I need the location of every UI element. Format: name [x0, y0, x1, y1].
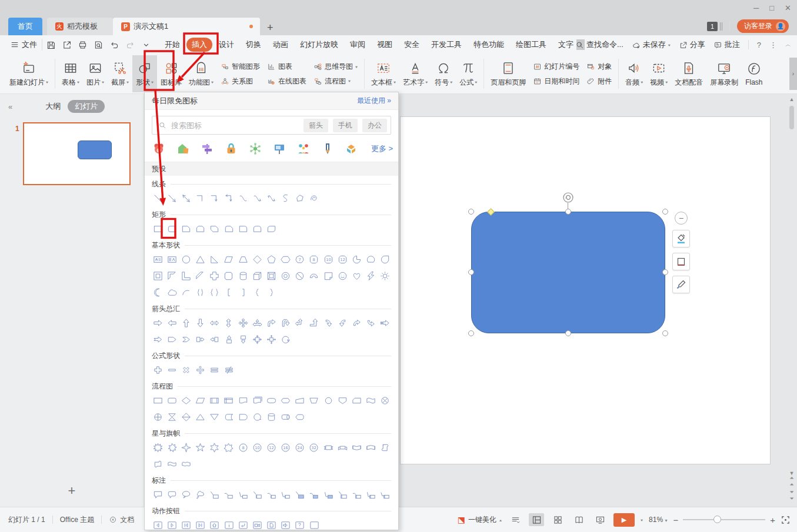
- shape-cloud[interactable]: [165, 285, 179, 299]
- shape-arrow-chevron[interactable]: [179, 332, 193, 346]
- ribbon-button-流程图[interactable]: 流程图▾: [314, 76, 358, 86]
- shape-style-button[interactable]: [672, 230, 690, 247]
- ribbon-button-公式[interactable]: 公式▾: [456, 55, 481, 92]
- shape-co-cloud[interactable]: [194, 487, 208, 501]
- previous-slide-button[interactable]: ⏶⏶: [788, 475, 796, 488]
- shape-elbow-double-arrow[interactable]: [222, 191, 236, 205]
- handle-top-center[interactable]: [565, 209, 571, 215]
- shape-co-rect[interactable]: [151, 487, 165, 501]
- shape-double-wave[interactable]: [179, 457, 193, 471]
- ribbon-button-图标库[interactable]: 图标库: [157, 55, 185, 92]
- shape-curve-double-arrow[interactable]: [265, 191, 279, 205]
- shape-hexagon[interactable]: [279, 252, 293, 266]
- shape-seal-12[interactable]: 12: [264, 440, 278, 454]
- shape-cube[interactable]: [250, 269, 264, 283]
- icon-search-input[interactable]: [171, 121, 299, 130]
- menu-tab-绘图工具[interactable]: 绘图工具: [511, 38, 552, 52]
- shape-plus[interactable]: [151, 363, 165, 377]
- shape-right-brace[interactable]: [265, 285, 279, 299]
- shape-plaque[interactable]: [222, 269, 236, 283]
- shape-scribble[interactable]: [307, 191, 321, 205]
- shape-arrow-up-down[interactable]: [222, 316, 236, 330]
- customize-toolbar-icon[interactable]: [141, 40, 151, 50]
- shape-co-border-2[interactable]: [307, 487, 321, 501]
- shape-arrow-bent[interactable]: [264, 316, 278, 330]
- shape-co-round[interactable]: [165, 487, 179, 501]
- document-tab[interactable]: P 演示文稿1: [113, 18, 260, 35]
- close-button[interactable]: ✕: [785, 4, 791, 12]
- shape-double-brace[interactable]: [208, 285, 222, 299]
- rotate-handle[interactable]: [562, 192, 574, 203]
- shape-round-2-same[interactable]: [250, 222, 264, 236]
- shape-seal-10[interactable]: 10: [250, 440, 264, 454]
- shape-fc-predefined[interactable]: [208, 393, 222, 407]
- shape-fc-sort[interactable]: [179, 410, 193, 424]
- handle-bottom-left[interactable]: [468, 330, 474, 336]
- shape-fc-collate[interactable]: [165, 410, 179, 424]
- ribbon-button-符号[interactable]: 符号▾: [431, 55, 456, 92]
- shape-ab-return[interactable]: [236, 518, 250, 530]
- selected-shape[interactable]: [471, 212, 665, 333]
- shape-snip-2-diag[interactable]: [208, 222, 222, 236]
- shape-star-4[interactable]: [179, 440, 193, 454]
- shape-arrow[interactable]: [165, 191, 179, 205]
- shape-callout-right[interactable]: [194, 332, 208, 346]
- shape-fc-extract[interactable]: [194, 410, 208, 424]
- shape-lightning[interactable]: [364, 269, 378, 283]
- shape-curve-arrow[interactable]: [250, 191, 264, 205]
- ribbon-button-屏幕录制[interactable]: 屏幕录制: [706, 55, 742, 92]
- shape-arrow-quad-callout[interactable]: [265, 332, 279, 346]
- shape-scroll-v[interactable]: [378, 440, 392, 454]
- shape-arrow-left-right[interactable]: [208, 316, 222, 330]
- shape-co-oval[interactable]: [179, 487, 193, 501]
- handle-mid-right[interactable]: [662, 269, 668, 275]
- shape-fc-disk[interactable]: [265, 410, 279, 424]
- vertical-scrollbar[interactable]: ▲ ▼ ⏶⏶ ⏷⏷: [788, 96, 796, 502]
- new-tab-button[interactable]: +: [260, 21, 281, 35]
- change-shape-button[interactable]: [672, 253, 690, 270]
- ribbon-button-附件[interactable]: 附件: [586, 76, 612, 86]
- menu-tab-幻灯片放映[interactable]: 幻灯片放映: [295, 38, 344, 52]
- notes-button[interactable]: [508, 513, 523, 526]
- menu-tab-动画[interactable]: 动画: [268, 38, 294, 52]
- shape-arrow-circular[interactable]: [279, 332, 293, 346]
- billboard-icon[interactable]: [272, 142, 286, 156]
- shape-moon[interactable]: [151, 285, 165, 299]
- shape-snip-round[interactable]: [222, 222, 236, 236]
- shape-ribbon-1[interactable]: [321, 440, 335, 454]
- shape-round-rect[interactable]: [165, 222, 179, 236]
- shape-fc-manual-input[interactable]: [293, 393, 307, 407]
- slide-sorter-button[interactable]: [550, 513, 565, 526]
- shape-cross[interactable]: [208, 269, 222, 283]
- recently-used-link[interactable]: 最近使用 »: [357, 96, 391, 106]
- shape-octagon[interactable]: 8: [307, 252, 321, 266]
- zoom-out-button[interactable]: −: [673, 515, 678, 525]
- shape-donut[interactable]: [279, 269, 293, 283]
- shape-co-line-3[interactable]: [236, 487, 250, 501]
- lock-icon[interactable]: [224, 142, 238, 156]
- normal-view-button[interactable]: [529, 513, 544, 526]
- shape-star-5[interactable]: [194, 440, 208, 454]
- shape-parallelogram[interactable]: [222, 252, 236, 266]
- menu-tab-审阅[interactable]: 审阅: [345, 38, 371, 52]
- shape-co-ab-3[interactable]: [364, 487, 378, 501]
- slide-thumbnail[interactable]: [23, 122, 131, 185]
- shape-co-line-2[interactable]: [222, 487, 236, 501]
- shape-co-accent-1[interactable]: [250, 487, 264, 501]
- shape-star-6[interactable]: [208, 440, 222, 454]
- shape-snip-1[interactable]: [179, 222, 193, 236]
- tag-office[interactable]: 办公: [362, 119, 387, 132]
- shape-ribbon-2[interactable]: [335, 440, 349, 454]
- shape-fc-delay[interactable]: [236, 410, 250, 424]
- ribbon-overflow-button[interactable]: ›: [789, 58, 797, 90]
- slides-tab[interactable]: 幻灯片: [68, 100, 105, 113]
- shape-ab-end[interactable]: [194, 518, 208, 530]
- network-icon[interactable]: [248, 142, 262, 156]
- shape-fc-terminator[interactable]: [264, 393, 278, 407]
- scroll-up-arrow[interactable]: ▲: [788, 96, 796, 102]
- ribbon-button-日期和时间[interactable]: 日期和时间: [533, 76, 579, 86]
- shape-ab-sound[interactable]: [279, 518, 293, 530]
- shape-arrow-notched[interactable]: [151, 332, 165, 346]
- shape-fc-process[interactable]: [151, 393, 165, 407]
- ribbon-button-截屏[interactable]: 截屏▾: [108, 55, 132, 92]
